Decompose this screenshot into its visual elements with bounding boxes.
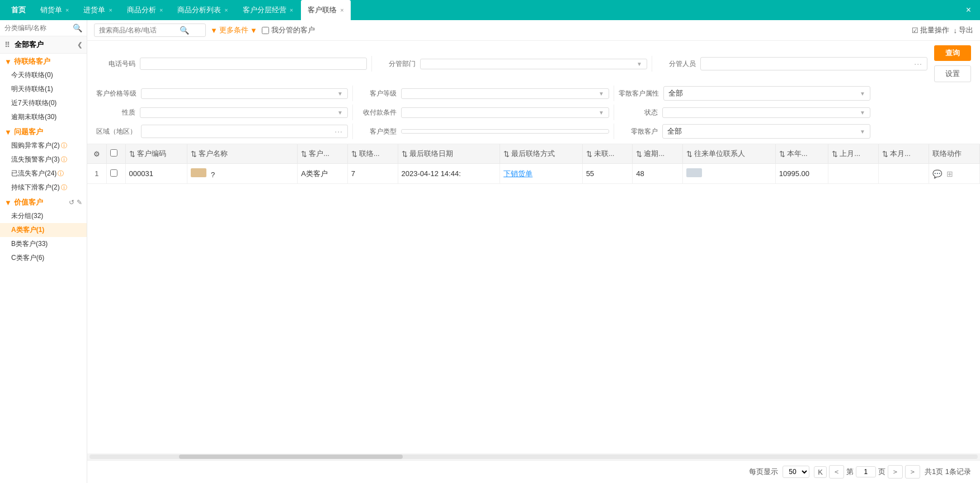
sidebar-item-hoarding[interactable]: 囤购异常客户(2) ⓘ xyxy=(0,139,87,153)
person-col-header[interactable]: ⇅往来单位联系人 xyxy=(683,144,776,164)
region-field: 区域（地区） ··· xyxy=(96,125,348,138)
row-last-method-cell[interactable]: 下销货单 xyxy=(500,164,583,184)
payment-select[interactable]: ▼ xyxy=(401,107,609,118)
scroll-thumb[interactable] xyxy=(179,454,403,459)
last-date-col-header[interactable]: ⇅最后联络日期 xyxy=(398,144,500,164)
sidebar-item-declining[interactable]: 持续下滑客户(2) ⓘ xyxy=(0,181,87,195)
price-grade-select[interactable]: ▼ xyxy=(141,88,348,99)
sidebar-search-input[interactable] xyxy=(4,24,70,32)
last-month-col-header[interactable]: ⇅上月... xyxy=(828,144,879,164)
nav-goods-analysis[interactable]: 商品分析 × xyxy=(120,0,169,20)
code-col-header[interactable]: ⇅客户编码 xyxy=(125,144,187,164)
problem-customers-group[interactable]: ▼ 问题客户 xyxy=(0,124,87,139)
collapse-icon: ❮ xyxy=(77,41,82,49)
sidebar-item-c-class[interactable]: C类客户(6) xyxy=(0,251,87,265)
row-last-month-cell xyxy=(828,164,879,184)
this-month-col-header[interactable]: ⇅本月... xyxy=(878,144,929,164)
sidebar-item-today[interactable]: 今天待联络(0) xyxy=(0,68,87,82)
next-page-btn[interactable]: ＞ xyxy=(888,465,903,479)
nav-goods-list[interactable]: 商品分析列表 × xyxy=(171,0,234,20)
page-size-select[interactable]: 50 xyxy=(783,466,809,478)
batch-operation-btn[interactable]: ☑ 批量操作 xyxy=(912,25,949,35)
sidebar-item-overdue[interactable]: 逾期未联络(30) xyxy=(0,110,87,124)
payment-arrow-icon: ▼ xyxy=(599,110,604,116)
all-customers-header[interactable]: ⠿ 全部客户 ❮ xyxy=(0,36,87,54)
prev-page-btn[interactable]: ＜ xyxy=(829,465,844,479)
sort-icon4: ⇅ xyxy=(351,150,357,158)
select-all-checkbox[interactable] xyxy=(110,149,117,157)
first-page-btn[interactable]: K xyxy=(814,466,827,478)
last-method-col-header[interactable]: ⇅最后联络方式 xyxy=(500,144,583,164)
region-select[interactable]: ··· xyxy=(141,125,348,138)
row-this-month-cell xyxy=(878,164,929,184)
edit-icon[interactable]: ✎ xyxy=(77,198,82,206)
close-goods-list-tab[interactable]: × xyxy=(224,7,228,13)
more-filters-btn[interactable]: ▼ 更多条件 ▼ xyxy=(210,25,257,35)
row-type-cell: A类客户 xyxy=(298,164,348,184)
dept-select[interactable]: ▼ xyxy=(420,59,647,69)
customer-type-select[interactable] xyxy=(401,129,609,134)
status-select[interactable]: ▼ xyxy=(662,107,870,118)
this-year-col-header[interactable]: ⇅本年... xyxy=(775,144,828,164)
search-input[interactable] xyxy=(99,26,177,34)
sidebar-item-churn-warning[interactable]: 流失预警客户(3) ⓘ xyxy=(0,153,87,167)
sort-icon3: ⇅ xyxy=(301,150,307,158)
export-btn[interactable]: ↓ 导出 xyxy=(954,25,974,35)
nature-select[interactable]: ▼ xyxy=(140,107,348,118)
sidebar-item-7days[interactable]: 近7天待联络(0) xyxy=(0,96,87,110)
name-col-header[interactable]: ⇅客户名称 xyxy=(187,144,298,164)
phone-input[interactable] xyxy=(140,58,367,70)
close-customer-contact-tab[interactable]: × xyxy=(340,7,343,13)
sidebar-item-churned[interactable]: 已流失客户(24) ⓘ xyxy=(0,167,87,181)
close-goods-analysis-tab[interactable]: × xyxy=(159,7,163,13)
sidebar-item-tomorrow[interactable]: 明天待联络(1) xyxy=(0,82,87,96)
last-page-btn[interactable]: ＞ xyxy=(905,465,920,479)
row-checkbox[interactable] xyxy=(110,169,117,177)
query-button[interactable]: 查询 xyxy=(934,45,971,61)
table-row: 1 000031 ? A类客户 7 2023-04-12 14:44: xyxy=(87,164,980,184)
pending-contact-group[interactable]: ▼ 待联络客户 xyxy=(0,54,87,68)
contact-col-header[interactable]: ⇅联络... xyxy=(347,144,398,164)
horizontal-scrollbar[interactable] xyxy=(87,453,980,460)
search-icon[interactable]: 🔍 xyxy=(180,26,189,35)
uncontacted-col-header[interactable]: ⇅未联... xyxy=(582,144,633,164)
nav-purchase[interactable]: 进货单 × xyxy=(77,0,119,20)
status-arrow-icon: ▼ xyxy=(860,110,865,116)
nav-sales[interactable]: 销货单 × xyxy=(34,0,76,20)
sort-icon: ⇅ xyxy=(129,150,135,158)
close-purchase-tab[interactable]: × xyxy=(109,7,112,13)
refresh-icon[interactable]: ↺ xyxy=(69,198,74,206)
type-col-header[interactable]: ⇅客户... xyxy=(298,144,348,164)
checkbox-col-header[interactable] xyxy=(106,144,125,164)
nav-home[interactable]: 首页 xyxy=(4,0,32,20)
nav-customer-layer[interactable]: 客户分层经营 × xyxy=(236,0,300,20)
filter-icon: ▼ xyxy=(210,26,218,35)
close-customer-layer-tab[interactable]: × xyxy=(290,7,293,13)
global-close-button[interactable]: × xyxy=(962,5,976,15)
value-customers-group[interactable]: ▼ 价值客户 ↺ ✎ xyxy=(0,195,87,209)
row-uncontacted-cell: 55 xyxy=(582,164,633,184)
page-number-input[interactable] xyxy=(856,466,876,477)
sidebar-item-ungrouped[interactable]: 未分组(32) xyxy=(0,209,87,223)
setting-button[interactable]: 设置 xyxy=(934,65,971,82)
chat-action-icon[interactable]: 💬 xyxy=(932,169,942,178)
my-customers-checkbox[interactable]: 我分管的客户 xyxy=(262,25,315,35)
sidebar-item-b-class[interactable]: B类客户(33) xyxy=(0,237,87,251)
scatter-arrow-icon: ▼ xyxy=(860,91,865,97)
customer-grade-select[interactable]: ▼ xyxy=(401,88,609,99)
close-sales-tab[interactable]: × xyxy=(65,7,69,13)
scatter-attr-select[interactable]: 全部 ▼ xyxy=(663,86,870,101)
retail-select[interactable]: 全部 ▼ xyxy=(662,124,870,139)
scroll-track[interactable] xyxy=(89,454,978,459)
row-checkbox-cell[interactable] xyxy=(106,164,125,184)
gear-col-header[interactable]: ⚙ xyxy=(87,144,106,164)
arrow-down-icon2: ▼ xyxy=(4,128,12,136)
sidebar-item-a-class[interactable]: A类客户(1) xyxy=(0,223,87,237)
manager-select[interactable]: ··· xyxy=(700,57,927,70)
nav-customer-contact[interactable]: 客户联络 × xyxy=(301,0,350,20)
my-customers-check[interactable] xyxy=(262,27,269,34)
grid-action-icon[interactable]: ⊞ xyxy=(946,169,953,178)
sidebar-search-icon[interactable]: 🔍 xyxy=(73,23,82,32)
overdue-col-header[interactable]: ⇅逾期... xyxy=(633,144,683,164)
main-layout: 🔍 ⠿ 全部客户 ❮ ▼ 待联络客户 今天待联络(0) 明天待联络(1) 近7天… xyxy=(0,20,980,483)
